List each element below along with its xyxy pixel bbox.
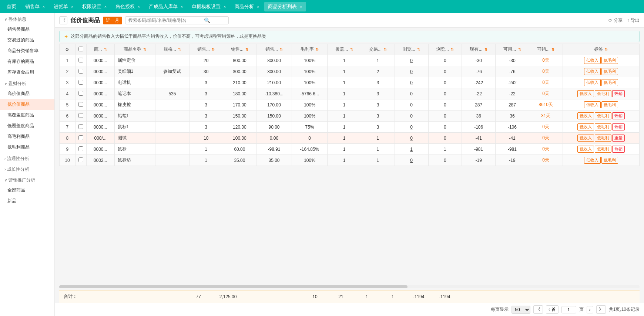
sidebar-item-low-value[interactable]: 低价值商品 [0, 99, 54, 110]
browse1[interactable]: 0 [395, 122, 428, 133]
search-icon[interactable]: 🔍 [204, 17, 210, 23]
row-checkbox[interactable] [75, 99, 86, 111]
footer-sales-amount: 2,125.00 [213, 294, 243, 299]
product-name[interactable]: 测试 [114, 133, 155, 144]
browse1[interactable]: 0 [395, 133, 428, 144]
available: 287 [496, 99, 529, 111]
sidebar-item-new-products[interactable]: 新品 [0, 196, 54, 206]
col-available[interactable]: 可用... ⇅ [496, 44, 529, 55]
sidebar-item-low-coverage[interactable]: 低覆盖度商品 [0, 120, 54, 131]
product-name[interactable]: 电话机 [114, 77, 155, 88]
share-button[interactable]: ⟳ 分享 [608, 17, 623, 24]
close-icon[interactable]: × [71, 4, 73, 9]
browse1[interactable]: 1 [395, 144, 428, 155]
last-page-button[interactable]: 》 [596, 305, 606, 314]
col-spec[interactable]: 规格... ⇅ [155, 44, 189, 55]
sidebar-group-financial[interactable]: ∨ 盈财分析 [0, 78, 54, 88]
prev-page-button[interactable]: ‹ 首 [546, 305, 558, 314]
nav-sales-order[interactable]: 销售单 × [21, 2, 48, 11]
period-button[interactable]: 近一月 [103, 17, 122, 24]
col-sales-amount[interactable]: 销售... ⇅ [223, 44, 256, 55]
nav-home[interactable]: 首页 [3, 2, 20, 11]
col-trade[interactable]: 交易... ⇅ [361, 44, 395, 55]
product-name[interactable]: 笔记本 [114, 88, 155, 99]
nav-product-inbound[interactable]: 产成品入库单 × [145, 2, 187, 11]
col-sales-qty[interactable]: 销售... ⇅ [189, 44, 223, 55]
sidebar-item-stock-capital[interactable]: 库存资金占用 [0, 67, 54, 78]
next-page-button[interactable]: › [587, 306, 593, 313]
browse1[interactable]: 0 [395, 66, 428, 77]
product-name[interactable]: 吴细细1 [114, 66, 155, 77]
row-checkbox[interactable] [75, 111, 86, 122]
browse1[interactable]: 0 [395, 77, 428, 88]
nav-product-analysis-list[interactable]: 商品分析列表 × [264, 2, 306, 11]
close-icon[interactable]: × [43, 4, 45, 9]
product-name[interactable]: 橡皮擦 [114, 99, 155, 111]
sidebar-item-all-products[interactable]: 全部商品 [0, 185, 54, 196]
col-browse1[interactable]: 浏览... ⇅ [395, 44, 428, 55]
product-name[interactable]: 属性定价 [114, 55, 155, 66]
col-margin-rate[interactable]: 毛利率 ⇅ [292, 44, 327, 55]
product-name[interactable]: 鼠标垫 [114, 155, 155, 166]
product-name[interactable]: 鼠标 [114, 144, 155, 155]
sidebar-item-low-margin[interactable]: 低毛利商品 [0, 142, 54, 153]
sidebar-item-high-coverage[interactable]: 高覆盖度商品 [0, 110, 54, 120]
col-sales-avg[interactable]: 销售... ⇅ [256, 44, 292, 55]
nav-template-settings[interactable]: 单据模板设置 × [188, 2, 229, 11]
close-icon[interactable]: × [257, 4, 259, 9]
col-settings[interactable]: ⚙ [60, 44, 76, 55]
col-tags[interactable]: 标签 ⇅ [563, 44, 639, 55]
sidebar-item-category-sales[interactable]: 商品分类销售率 [0, 45, 54, 56]
browse1[interactable]: 0 [395, 88, 428, 99]
browse1[interactable]: 0 [395, 155, 428, 166]
horizontal-scrollbar[interactable] [59, 285, 640, 288]
sidebar-item-high-margin[interactable]: 高毛利商品 [0, 131, 54, 142]
nav-role-auth[interactable]: 角色授权 × [112, 2, 144, 11]
sidebar-item-high-value[interactable]: 高价值商品 [0, 88, 54, 99]
close-icon[interactable]: × [104, 4, 107, 9]
scrollbar-thumb[interactable] [59, 285, 407, 288]
row-checkbox[interactable] [75, 144, 86, 155]
close-icon[interactable]: × [138, 4, 140, 9]
product-name[interactable]: 铅笔1 [114, 111, 155, 122]
col-stock-now[interactable]: 现有... ⇅ [462, 44, 496, 55]
nav-product-analysis[interactable]: 商品分析 × [231, 2, 263, 11]
row-checkbox[interactable] [75, 77, 86, 88]
page-number-input[interactable] [561, 306, 576, 313]
per-page-select[interactable]: 50 100 [511, 306, 530, 314]
col-name[interactable]: 商品名称 ⇅ [114, 44, 155, 55]
export-button[interactable]: ↑ 导出 [627, 17, 640, 24]
sidebar-collapse-button[interactable]: 《 [59, 16, 67, 24]
browse1[interactable]: 0 [395, 111, 428, 122]
nav-permission[interactable]: 权限设置 × [78, 2, 110, 11]
page-title: 低价值商品 [70, 17, 100, 24]
sidebar-group-growth[interactable]: › 成长性分析 [0, 163, 54, 174]
close-icon[interactable]: × [300, 4, 302, 9]
col-code[interactable]: 商... ⇅ [86, 44, 114, 55]
sidebar-group-marketing[interactable]: ∨ 营销推广分析 [0, 174, 54, 185]
row-checkbox[interactable] [75, 122, 86, 133]
product-name[interactable]: 鼠标1 [114, 122, 155, 133]
notice-icon: ✦ [64, 34, 68, 40]
row-checkbox[interactable] [75, 133, 86, 144]
select-all-checkbox[interactable] [78, 47, 83, 51]
col-saleable[interactable]: 可销... ⇅ [529, 44, 563, 55]
col-browse2[interactable]: 浏览... ⇅ [428, 44, 462, 55]
close-icon[interactable]: × [181, 4, 183, 9]
row-checkbox[interactable] [75, 88, 86, 99]
first-page-button[interactable]: 《 [533, 305, 543, 314]
browse1[interactable]: 0 [395, 99, 428, 111]
close-icon[interactable]: × [224, 4, 226, 9]
row-checkbox[interactable] [75, 55, 86, 66]
col-coverage[interactable]: 覆盖... ⇅ [328, 44, 361, 55]
search-input[interactable] [128, 18, 202, 23]
sidebar-item-stocked-products[interactable]: 有库存的商品 [0, 56, 54, 67]
browse1[interactable]: 0 [395, 55, 428, 66]
sidebar-item-traded-products[interactable]: 交易过的商品 [0, 35, 54, 45]
row-checkbox[interactable] [75, 155, 86, 166]
row-checkbox[interactable] [75, 66, 86, 77]
sidebar-item-sales-products[interactable]: 销售类商品 [0, 24, 54, 35]
nav-purchase-order[interactable]: 进货单 × [50, 2, 77, 11]
sidebar-group-overall[interactable]: ∨ 整体信息 [0, 13, 54, 24]
sidebar-group-liquidity[interactable]: › 流通性分析 [0, 153, 54, 163]
